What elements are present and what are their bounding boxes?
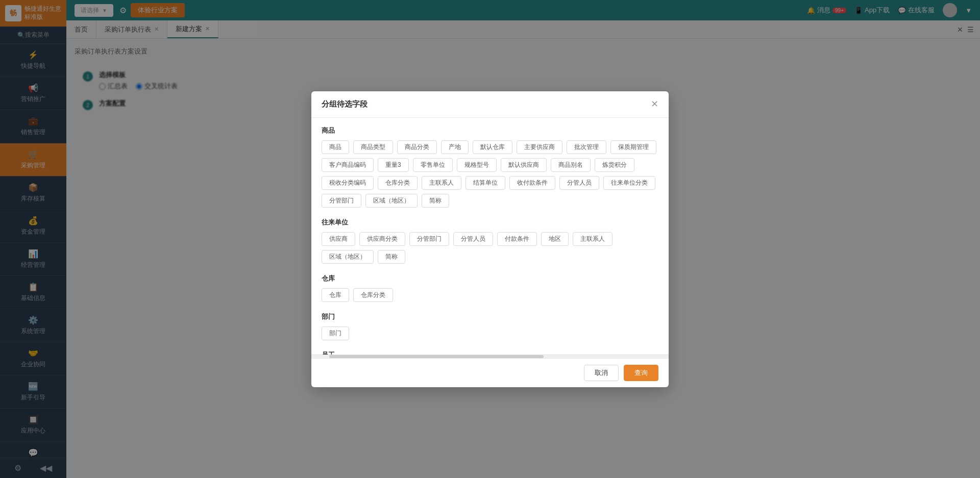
field-tag[interactable]: 批次管理 — [567, 140, 606, 154]
field-tag[interactable]: 分管人员 — [453, 232, 493, 246]
section-partner: 往来单位 供应商 供应商分类 分管部门 分管人员 付款条件 地区 主联系人 区域… — [322, 218, 658, 264]
department-fields: 部门 — [322, 326, 658, 340]
field-tag[interactable]: 付款条件 — [497, 232, 537, 246]
field-tag[interactable]: 供应商分类 — [359, 232, 405, 246]
partner-fields: 供应商 供应商分类 分管部门 分管人员 付款条件 地区 主联系人 区域（地区） … — [322, 232, 658, 264]
field-tag[interactable]: 商品 — [322, 140, 349, 154]
field-tag[interactable]: 仓库 — [322, 288, 349, 302]
field-tag[interactable]: 主联系人 — [422, 176, 461, 190]
field-tag[interactable]: 收付款条件 — [509, 176, 555, 190]
field-tag[interactable]: 主联系人 — [573, 232, 612, 246]
field-tag[interactable]: 地区 — [541, 232, 569, 246]
cancel-button[interactable]: 取消 — [584, 365, 619, 381]
modal-footer: 取消 查询 — [311, 358, 669, 387]
field-tag[interactable]: 仓库分类 — [378, 176, 418, 190]
section-warehouse: 仓库 仓库 仓库分类 — [322, 274, 658, 302]
field-tag[interactable]: 供应商 — [322, 232, 355, 246]
section-department-title: 部门 — [322, 312, 658, 321]
field-tag[interactable]: 炼货积分 — [595, 158, 634, 172]
section-employee: 员工 业务员 — [322, 350, 658, 355]
field-tag[interactable]: 商品别名 — [551, 158, 591, 172]
field-tag[interactable]: 部门 — [322, 326, 349, 340]
field-tag[interactable]: 客户商品编码 — [322, 158, 374, 172]
field-tag[interactable]: 区域（地区） — [322, 250, 374, 264]
field-tag[interactable]: 商品类型 — [353, 140, 393, 154]
section-partner-title: 往来单位 — [322, 218, 658, 227]
section-warehouse-title: 仓库 — [322, 274, 658, 283]
field-tag[interactable]: 分管部门 — [409, 232, 449, 246]
modal-close-button[interactable]: ✕ — [651, 99, 658, 109]
field-tag[interactable]: 默认供应商 — [501, 158, 547, 172]
modal-header: 分组待选字段 ✕ — [311, 91, 669, 118]
product-fields: 商品 商品类型 商品分类 产地 默认仓库 主要供应商 批次管理 保质期管理 客户… — [322, 140, 658, 208]
section-employee-title: 员工 — [322, 350, 658, 355]
section-product: 商品 商品 商品类型 商品分类 产地 默认仓库 主要供应商 批次管理 保质期管理… — [322, 126, 658, 208]
field-tag[interactable]: 零售单位 — [413, 158, 453, 172]
confirm-button[interactable]: 查询 — [624, 365, 658, 381]
section-department: 部门 部门 — [322, 312, 658, 340]
field-tag[interactable]: 区域（地区） — [365, 194, 418, 208]
warehouse-fields: 仓库 仓库分类 — [322, 288, 658, 302]
modal-overlay: 分组待选字段 ✕ 商品 商品 商品类型 商品分类 产地 默认仓库 主要供应商 批… — [0, 0, 980, 478]
field-tag[interactable]: 默认仓库 — [473, 140, 512, 154]
modal-title: 分组待选字段 — [322, 99, 368, 109]
field-tag[interactable]: 产地 — [441, 140, 469, 154]
field-tag[interactable]: 保质期管理 — [610, 140, 656, 154]
field-tag[interactable]: 商品分类 — [397, 140, 437, 154]
field-tag[interactable]: 分管部门 — [322, 194, 361, 208]
field-tag[interactable]: 分管人员 — [559, 176, 599, 190]
field-tag[interactable]: 税收分类编码 — [322, 176, 374, 190]
section-product-title: 商品 — [322, 126, 658, 135]
modal-horizontal-scrollbar[interactable] — [311, 355, 669, 358]
field-tag[interactable]: 仓库分类 — [353, 288, 393, 302]
field-tag[interactable]: 结算单位 — [465, 176, 505, 190]
field-tag[interactable]: 往来单位分类 — [603, 176, 655, 190]
field-selection-modal: 分组待选字段 ✕ 商品 商品 商品类型 商品分类 产地 默认仓库 主要供应商 批… — [311, 91, 669, 387]
field-tag[interactable]: 重量3 — [378, 158, 409, 172]
modal-body: 商品 商品 商品类型 商品分类 产地 默认仓库 主要供应商 批次管理 保质期管理… — [311, 118, 669, 355]
field-tag[interactable]: 规格型号 — [457, 158, 497, 172]
field-tag[interactable]: 简称 — [422, 194, 449, 208]
field-tag[interactable]: 简称 — [378, 250, 405, 264]
field-tag[interactable]: 主要供应商 — [517, 140, 562, 154]
